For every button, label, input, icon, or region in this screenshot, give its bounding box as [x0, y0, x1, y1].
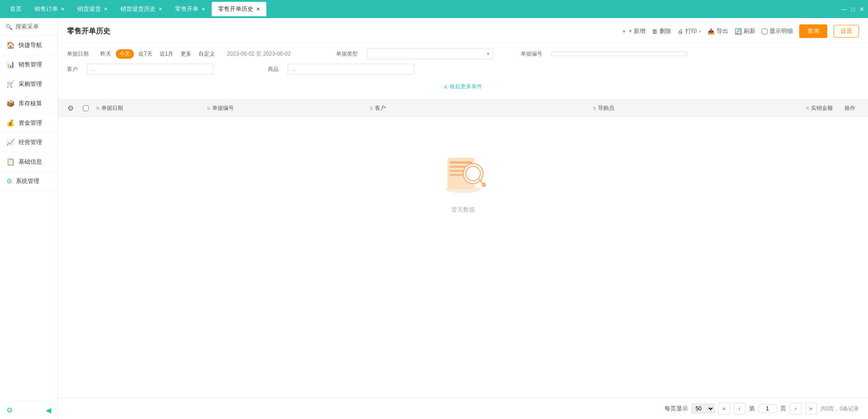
type-select[interactable]: ▾ [367, 48, 493, 59]
date-btn-1month[interactable]: 近1月 [157, 49, 176, 59]
select-all-input[interactable] [83, 105, 89, 111]
add-button[interactable]: ＋ + 新增 [621, 27, 645, 35]
export-icon: 📤 [707, 28, 715, 35]
sidebar-item-finance[interactable]: 💰 资金管理 [0, 113, 57, 133]
col-customer: ⇅ 客户 [366, 104, 589, 112]
page-title: 零售开单历史 [67, 27, 110, 36]
sidebar-item-quick-nav[interactable]: 🏠 快捷导航 [0, 36, 57, 55]
sort-amount-icon[interactable]: ⇅ [806, 106, 809, 111]
col-op: 操作 [836, 104, 863, 112]
date-btn-yesterday[interactable]: 昨天 [98, 49, 114, 59]
tab-sales-return[interactable]: 销货退货 ✕ [71, 2, 114, 16]
col-guide: ⇅ 导购员 [589, 104, 700, 112]
print-button[interactable]: 🖨 打印 ▾ [678, 27, 701, 35]
type-label: 单据类型 [336, 50, 358, 58]
sidebar-item-purchase[interactable]: 🛒 采购管理 [0, 75, 57, 94]
sidebar-item-system[interactable]: ⚙ 系统管理 [0, 172, 57, 191]
close-tab-retail-order[interactable]: ✕ [201, 6, 205, 12]
collapse-icon: ∧ [444, 84, 448, 90]
sidebar: 🔍 搜索采单 🏠 快捷导航 📊 销售管理 🛒 采购管理 📦 库存核算 💰 资金管… [0, 18, 58, 419]
table-header: ⚙ ⇅ 单据日期 ⇅ 单据编号 ⇅ 客户 ⇅ 导购员 [58, 100, 868, 117]
column-settings-btn[interactable]: ⚙ [62, 104, 79, 113]
maximize-btn[interactable]: □ [851, 6, 855, 13]
sidebar-item-basic-info[interactable]: 📋 基础信息 [0, 152, 57, 172]
sort-date-icon[interactable]: ⇅ [96, 106, 100, 111]
date-btn-more[interactable]: 更多 [178, 49, 194, 59]
basic-info-icon: 📋 [6, 158, 15, 166]
sidebar-search[interactable]: 🔍 搜索采单 [0, 18, 57, 36]
tab-bar: 首页 销售订单 ✕ 销货退货 ✕ 销货退货历史 ✕ 零售开单 ✕ 零售开单历史 … [0, 0, 868, 18]
minimize-btn[interactable]: — [841, 6, 847, 13]
print-icon: 🖨 [678, 28, 683, 35]
empty-illustration [436, 144, 490, 198]
col-amount: ⇅ 实销金额 [700, 104, 836, 112]
close-tab-sales-return-history[interactable]: ✕ [158, 6, 162, 12]
customer-label: 客户 [67, 66, 78, 73]
tab-sales-order[interactable]: 销售订单 ✕ [28, 2, 71, 16]
type-dropdown-icon: ▾ [487, 51, 489, 57]
pagination: 每页显示 50 10 20 100 « ‹ 第 页 › » 共0页，0条记录 [58, 398, 868, 419]
system-icon: ⚙ [6, 177, 12, 185]
close-tab-retail-order-history[interactable]: ✕ [256, 6, 260, 12]
tab-retail-order-history[interactable]: 零售开单历史 ✕ [212, 2, 266, 16]
home-icon: 🏠 [6, 41, 15, 49]
refresh-button[interactable]: 🔄 刷新 [735, 27, 755, 35]
sidebar-item-inventory[interactable]: 📦 库存核算 [0, 94, 57, 113]
customer-dots: ... [91, 66, 95, 72]
page-header: 零售开单历史 ＋ + 新增 🗑 删除 🖨 打印 ▾ 📤 导出 [58, 18, 868, 43]
content-area: 零售开单历史 ＋ + 新增 🗑 删除 🖨 打印 ▾ 📤 导出 [58, 18, 868, 419]
select-all-checkbox[interactable] [79, 105, 92, 111]
tab-home[interactable]: 首页 [4, 2, 28, 16]
date-btn-7days[interactable]: 近7天 [136, 49, 155, 59]
collapse-sidebar-icon[interactable]: ◀ [46, 406, 51, 414]
next-page-btn[interactable]: › [790, 403, 802, 414]
setting-button[interactable]: 设置 [834, 25, 859, 38]
table-area: ⚙ ⇅ 单据日期 ⇅ 单据编号 ⇅ 客户 ⇅ 导购员 [58, 100, 868, 398]
query-button[interactable]: 查询 [799, 24, 827, 38]
window-controls: — □ ✕ [841, 6, 864, 13]
close-tab-sales-return[interactable]: ✕ [104, 6, 108, 12]
per-page-select[interactable]: 50 10 20 100 [692, 404, 715, 414]
display-detail-input[interactable] [762, 28, 768, 34]
refresh-icon: 🔄 [735, 28, 742, 35]
settings-bottom-icon[interactable]: ⚙ [6, 406, 13, 414]
total-info: 共0页，0条记录 [821, 405, 859, 413]
prev-page-btn[interactable]: ‹ [734, 403, 745, 414]
purchase-icon: 🛒 [6, 80, 15, 88]
customer-input[interactable]: ... [87, 64, 213, 75]
display-detail-checkbox[interactable]: 显示明细 [762, 27, 793, 35]
collapse-filter-btn[interactable]: ∧ 收起更多条件 [444, 81, 482, 92]
date-btn-today[interactable]: 今天 [116, 49, 134, 59]
date-btn-custom[interactable]: 自定义 [196, 49, 218, 59]
goods-input[interactable]: ... [288, 64, 414, 75]
sort-guide-icon[interactable]: ⇅ [593, 106, 596, 111]
sidebar-item-sales[interactable]: 📊 销售管理 [0, 55, 57, 75]
page-suffix-label: 页 [780, 405, 786, 413]
page-number-input[interactable] [759, 404, 777, 413]
last-page-btn[interactable]: » [805, 403, 817, 414]
add-icon: ＋ [621, 27, 627, 35]
filter-row-2: 客户 ... 商品 ... [67, 64, 859, 75]
filter-area: 单据日期 昨天 今天 近7天 近1月 更多 自定义 2023-06-02 至 2… [58, 43, 868, 100]
col-date: ⇅ 单据日期 [92, 104, 203, 112]
close-btn[interactable]: ✕ [859, 6, 864, 13]
sidebar-bottom: ⚙ ◀ [0, 401, 57, 419]
sort-no-icon[interactable]: ⇅ [207, 106, 210, 111]
sidebar-item-operations[interactable]: 📈 经营管理 [0, 133, 57, 152]
no-input[interactable] [551, 52, 687, 56]
tab-retail-order[interactable]: 零售开单 ✕ [169, 2, 212, 16]
delete-button[interactable]: 🗑 删除 [652, 27, 671, 35]
sort-customer-icon[interactable]: ⇅ [370, 106, 373, 111]
export-button[interactable]: 📤 导出 [707, 27, 728, 35]
search-icon: 🔍 [5, 24, 13, 30]
operations-icon: 📈 [6, 138, 15, 146]
main-layout: 🔍 搜索采单 🏠 快捷导航 📊 销售管理 🛒 采购管理 📦 库存核算 💰 资金管… [0, 18, 868, 419]
col-no: ⇅ 单据编号 [203, 104, 366, 112]
empty-text: 暂无数据 [451, 206, 475, 214]
first-page-btn[interactable]: « [718, 403, 730, 414]
goods-dots: ... [292, 66, 296, 72]
tab-sales-return-history[interactable]: 销货退货历史 ✕ [114, 2, 169, 16]
close-tab-sales-order[interactable]: ✕ [61, 6, 65, 12]
print-dropdown-icon: ▾ [699, 29, 701, 34]
svg-point-9 [482, 183, 486, 187]
